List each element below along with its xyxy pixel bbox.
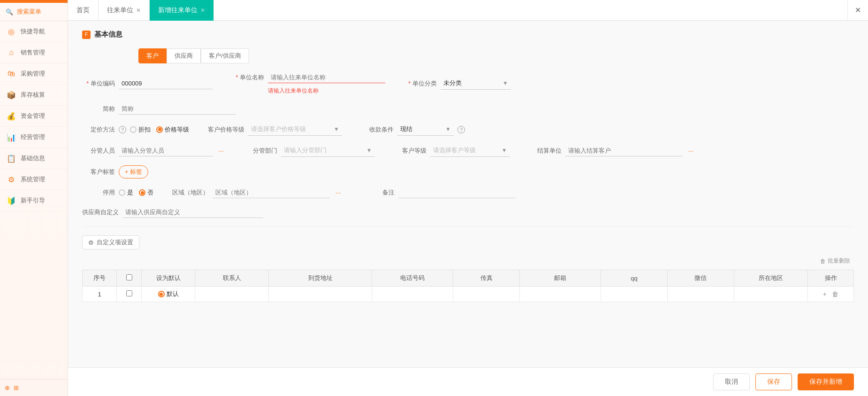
tab-partner-list-close[interactable]: ✕ [136,7,141,14]
row-select[interactable] [126,290,132,296]
row-qq-input[interactable] [617,291,650,298]
disable-yes-option[interactable]: 是 [119,188,133,197]
purchase-icon: 🛍 [7,69,16,78]
search-icon: 🔍 [6,8,13,16]
alias-group: 简称 [82,103,236,115]
col-index: 序号 [83,270,117,287]
pricing-discount-option[interactable]: 折扣 [130,125,151,134]
row-delete-btn[interactable]: 🗑 [830,289,840,299]
unit-name-group: 单位名称 请输入往来单位名称 [231,72,385,95]
row-wechat-input[interactable] [684,291,717,298]
tab-partner-list[interactable]: 往来单位 ✕ [99,0,150,21]
batch-delete-row: 🗑 批量删除 [82,255,854,267]
row-location-input[interactable] [752,291,790,298]
payment-terms-help-icon[interactable]: ? [457,126,465,133]
tab-bar: 首页 往来单位 ✕ 新增往来单位 ✕ ✕ [68,0,868,21]
unit-code-label: 单位编码 [82,79,115,88]
unit-code-group: 单位编码 [82,78,213,89]
sidebar-item-label: 销售管理 [21,48,45,57]
cancel-button[interactable]: 取消 [713,373,750,390]
row-actions: + 🗑 [808,287,854,302]
unit-type-both-btn[interactable]: 客户/供应商 [201,48,249,63]
sidebar-item-inventory[interactable]: 📦 库存核算 [0,85,68,106]
sidebar-item-operations[interactable]: 📊 经营管理 [0,127,68,148]
disable-radio-group: 是 否 [119,188,153,197]
section-divider [82,226,854,227]
pricing-level-option[interactable]: 价格等级 [156,125,189,134]
col-qq: qq [601,270,667,287]
unit-name-error: 请输入往来单位名称 [268,87,319,94]
sidebar-item-quick-nav[interactable]: ◎ 快捷导航 [0,21,68,42]
row-add-btn[interactable]: + [821,289,829,299]
table-select-all[interactable] [126,274,132,280]
sidebar-item-basic[interactable]: 📋 基础信息 [0,148,68,169]
supplier-custom-group: 供应商自定义 [82,207,263,218]
inventory-icon: 📦 [7,90,16,100]
disable-no-option[interactable]: 否 [139,188,153,197]
supplier-custom-input[interactable] [122,207,263,218]
unit-type-customer-btn[interactable]: 客户 [138,48,167,63]
region-input[interactable] [213,187,330,198]
sidebar-item-sales[interactable]: ⌂ 销售管理 [0,42,68,63]
sidebar-item-purchase[interactable]: 🛍 采购管理 [0,63,68,85]
row-email [519,287,601,302]
batch-delete-btn[interactable]: 🗑 批量删除 [816,255,854,267]
region-group: 区域（地区） ··· [172,187,343,198]
save-button[interactable]: 保存 [755,373,792,390]
customer-price-level-select[interactable]: 请选择客户价格等级 ▼ [248,123,342,136]
supplier-custom-label: 供应商自定义 [82,208,119,217]
section-title: 基本信息 [94,30,122,39]
remark-input[interactable] [398,187,516,198]
row-default-radio-item[interactable]: 默认 [146,290,190,298]
manager-input[interactable] [119,145,213,156]
sidebar-bottom: ⊕ ⊞ [0,379,68,396]
alias-input[interactable] [119,103,236,115]
payment-terms-select[interactable]: 现结 ▼ [397,123,454,136]
tab-new-partner-close[interactable]: ✕ [200,7,205,14]
department-select[interactable]: 请输入分管部门 ▼ [281,144,375,157]
pricing-method-group: 定价方法 ? 折扣 价格等级 [82,125,189,134]
col-contact: 联系人 [195,270,269,287]
contact-table: 序号 设为默认 联系人 到货地址 电话号码 传真 邮箱 qq 微信 所在地区 操… [82,270,854,302]
customer-tag-row: 客户标签 + 标签 [82,165,854,179]
unit-type-supplier-btn[interactable]: 供应商 [167,48,201,63]
disable-row: 停用 是 否 区域（地区） ··· 备注 [82,187,854,198]
row-address-input[interactable] [292,291,349,298]
unit-code-input[interactable] [119,78,213,89]
save-new-button[interactable]: 保存并新增 [798,373,854,390]
tab-new-partner[interactable]: 新增往来单位 ✕ [150,0,214,21]
pricing-row: 定价方法 ? 折扣 价格等级 客户价格等级 请选择客户价格等级 [82,123,854,136]
settlement-unit-input[interactable] [565,145,683,156]
disable-yes-label: 是 [127,188,133,197]
sidebar-item-label: 系统管理 [21,175,45,184]
tab-home-label: 首页 [76,6,90,15]
unit-category-select[interactable]: 未分类 ▼ [441,77,511,90]
pricing-level-radio [156,126,163,133]
region-more-btn[interactable]: ··· [334,189,343,196]
row-checkbox [117,287,142,302]
pricing-help-icon[interactable]: ? [119,126,126,133]
row-email-input[interactable] [539,291,581,298]
row-contact-input[interactable] [213,291,251,298]
sidebar-item-system[interactable]: ⚙ 系统管理 [0,169,68,190]
settlement-unit-more-btn[interactable]: ··· [686,147,696,155]
payment-terms-group: 收款条件 现结 ▼ ? [361,123,465,136]
sidebar-search[interactable]: 🔍 搜索菜单 [0,3,68,21]
unit-name-input[interactable] [268,72,385,83]
section-icon: F [82,31,91,39]
tab-home[interactable]: 首页 [68,0,99,21]
row-fax-input[interactable] [470,291,503,298]
manager-more-btn[interactable]: ··· [216,147,226,155]
sidebar-item-finance[interactable]: 💰 资金管理 [0,106,68,127]
sidebar-item-guide[interactable]: 🔰 新手引导 [0,190,68,211]
customer-price-level-placeholder: 请选择客户价格等级 [251,125,306,133]
window-close-button[interactable]: ✕ [847,0,868,21]
add-tag-btn[interactable]: + 标签 [119,165,148,179]
pricing-discount-label: 折扣 [138,125,151,134]
row-default: 默认 [142,287,195,302]
content-area: F 基本信息 客户 供应商 客户/供应商 单位编码 单位名称 [68,21,868,367]
row-phone-input[interactable] [391,291,434,298]
custom-settings-btn[interactable]: ⚙ 自定义项设置 [82,235,139,249]
customer-level-select[interactable]: 请选择客户等级 ▼ [430,144,510,157]
section-header: F 基本信息 [82,30,854,39]
